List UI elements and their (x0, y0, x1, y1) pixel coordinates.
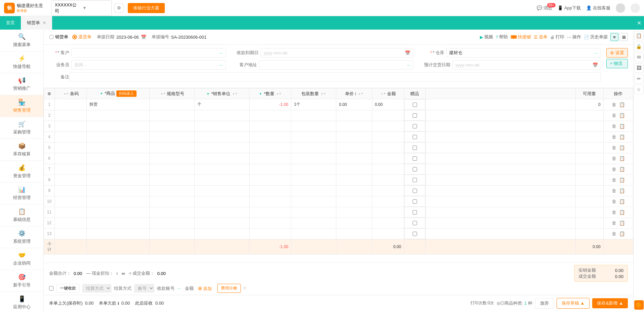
row-barcode[interactable] (55, 228, 87, 239)
row-amount[interactable] (372, 142, 404, 153)
row-amount[interactable] (372, 218, 404, 228)
add-payment-btn[interactable]: ⊕ 添加 (198, 285, 212, 292)
user-avatar[interactable] (616, 3, 625, 13)
company-selector[interactable]: XXXXXX公司 ▼ (51, 0, 112, 16)
delete-row-btn[interactable]: 🗑 (611, 230, 617, 237)
row-gift[interactable] (404, 110, 425, 121)
online-service-link[interactable]: 👤 在线客服 (586, 5, 610, 11)
row-barcode[interactable] (55, 153, 87, 164)
copy-row-btn[interactable]: 📋 (618, 133, 626, 140)
row-quantity[interactable] (250, 207, 291, 218)
save-new-button[interactable]: 保存&新增 ▲ (592, 298, 628, 308)
row-gift[interactable] (404, 196, 425, 207)
row-amount[interactable] (372, 121, 404, 131)
row-unitprice[interactable] (336, 121, 372, 131)
copy-row-btn[interactable]: 📋 (618, 220, 626, 226)
row-unit[interactable] (195, 218, 250, 228)
row-unitprice[interactable] (336, 196, 372, 207)
row-unit[interactable] (195, 164, 250, 174)
rf-lock[interactable]: 🔒 (634, 42, 644, 51)
row-unitprice[interactable] (336, 207, 372, 218)
row-ops[interactable]: 🗑 📋 (603, 185, 633, 196)
row-spec[interactable] (150, 142, 195, 153)
row-ops[interactable]: 🗑 📋 (603, 110, 633, 121)
row-product[interactable] (87, 185, 150, 196)
row-unit[interactable] (195, 110, 250, 121)
close-tab-icon[interactable]: ✕ (43, 21, 46, 25)
row-ops[interactable]: 🗑 📋 (603, 196, 633, 207)
row-barcode[interactable] (55, 121, 87, 131)
delete-row-btn[interactable]: 🗑 (611, 144, 617, 151)
row-gift[interactable] (404, 228, 425, 239)
row-packqty[interactable] (291, 164, 336, 174)
row-spec[interactable] (150, 121, 195, 131)
row-quantity[interactable]: -1.00 (250, 99, 291, 110)
copy-row-btn[interactable]: 📋 (618, 209, 626, 216)
collection-date-input[interactable]: yyyy-mm-dd 📅 (261, 48, 414, 57)
row-product[interactable] (87, 218, 150, 228)
th-settings[interactable]: ⚙ (44, 88, 55, 99)
row-spec[interactable] (150, 207, 195, 218)
close-all-tabs[interactable]: ✕ (637, 20, 644, 26)
sidebar-item-quicknav[interactable]: ⚡ 快捷导航 (0, 51, 43, 73)
grid-view-btn[interactable]: ⊞ (620, 33, 628, 41)
copy-row-btn[interactable]: 📋 (618, 123, 626, 129)
row-quantity[interactable] (250, 185, 291, 196)
row-ops[interactable]: 🗑 📋 (603, 218, 633, 228)
row-spec[interactable] (150, 228, 195, 239)
radio-return-order[interactable]: 退货单 (72, 34, 91, 40)
sidebar-item-basic-info[interactable]: 📋 基础信息 (0, 204, 43, 226)
row-ops[interactable]: 🗑 📋 (603, 164, 633, 174)
row-unitprice[interactable] (336, 174, 372, 185)
row-amount[interactable] (372, 153, 404, 164)
settings-gear-button[interactable]: ⚙ (114, 3, 124, 13)
user-avatar-2[interactable] (631, 3, 640, 13)
row-gift[interactable] (404, 185, 425, 196)
expense-split-btn[interactable]: 费用分摊 (217, 284, 241, 293)
row-gift[interactable] (404, 142, 425, 153)
row-product[interactable] (87, 174, 150, 185)
delete-row-btn[interactable]: 🗑 (611, 112, 617, 119)
row-barcode[interactable] (55, 207, 87, 218)
row-packqty[interactable] (291, 142, 336, 153)
rf-message[interactable]: ✉ (634, 52, 644, 62)
row-ops[interactable]: 🗑 📋 (603, 131, 633, 142)
delete-row-btn[interactable]: 🗑 (611, 123, 617, 129)
row-ops[interactable]: 🗑 📋 (603, 174, 633, 185)
row-amount[interactable] (372, 207, 404, 218)
row-packqty[interactable] (291, 153, 336, 164)
row-packqty[interactable] (291, 110, 336, 121)
row-packqty[interactable] (291, 121, 336, 131)
row-unitprice[interactable] (336, 228, 372, 239)
sidebar-item-search[interactable]: 🔍 搜索菜单 (0, 30, 43, 51)
row-gift[interactable] (404, 174, 425, 185)
experience-btn[interactable]: 体验行业方案 (128, 3, 165, 13)
warehouse-input[interactable]: 建材仓 ··· (446, 48, 601, 57)
row-product[interactable] (87, 153, 150, 164)
row-gift[interactable] (404, 131, 425, 142)
row-product[interactable] (87, 131, 150, 142)
delete-row-btn[interactable]: 🗑 (611, 209, 617, 216)
row-barcode[interactable] (55, 142, 87, 153)
row-product[interactable] (87, 196, 150, 207)
row-quantity[interactable] (250, 164, 291, 174)
row-product[interactable] (87, 142, 150, 153)
row-unitprice[interactable] (336, 185, 372, 196)
rf-clipboard[interactable]: 📋 (634, 31, 644, 40)
copy-row-btn[interactable]: 📋 (618, 101, 626, 108)
remark-input[interactable] (69, 72, 601, 82)
sidebar-item-enterprise[interactable]: 🤝 企业协同 (0, 248, 43, 270)
row-barcode[interactable] (55, 164, 87, 174)
row-barcode[interactable] (55, 185, 87, 196)
row-unitprice[interactable] (336, 218, 372, 228)
rf-orange[interactable]: 🟠 (634, 300, 644, 310)
video-action[interactable]: ▶ 视频 (480, 34, 493, 40)
one-click-checkbox[interactable] (49, 286, 53, 290)
sidebar-item-guide[interactable]: 🎯 新手引导 (0, 270, 43, 292)
ops-action[interactable]: ⋯ 操作 (567, 34, 581, 40)
sidebar-item-operations[interactable]: 📊 经营管理 (0, 183, 43, 204)
row-ops[interactable]: 🗑 📋 (603, 228, 633, 239)
row-packqty[interactable] (291, 131, 336, 142)
delete-row-btn[interactable]: 🗑 (611, 198, 617, 205)
row-packqty[interactable] (291, 218, 336, 228)
